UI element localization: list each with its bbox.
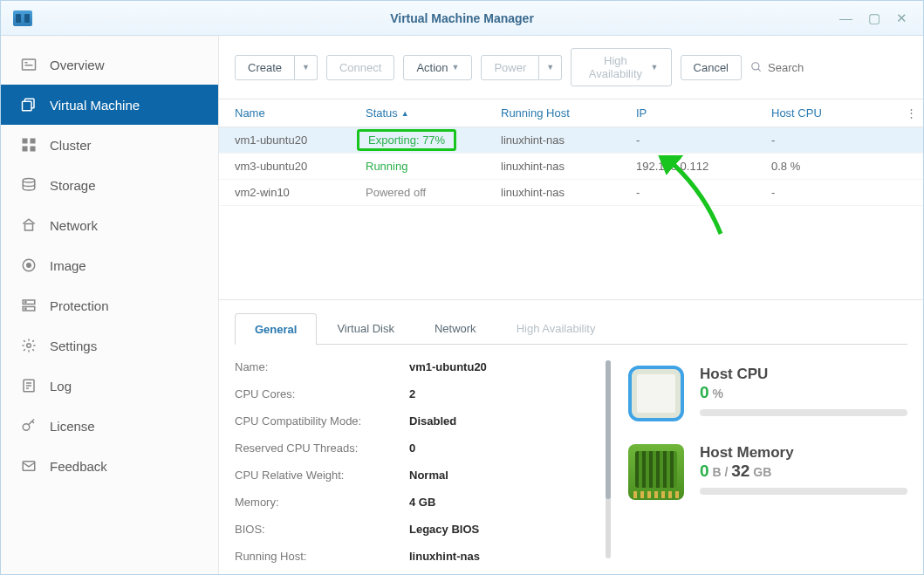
sidebar-item-overview[interactable]: Overview bbox=[1, 44, 218, 85]
titlebar: Virtual Machine Manager — ▢ ✕ bbox=[1, 1, 923, 36]
sidebar-item-label: Log bbox=[50, 379, 72, 394]
sidebar-item-label: Settings bbox=[50, 339, 97, 353]
connect-button[interactable]: Connect bbox=[326, 55, 394, 80]
metric-title: Host CPU bbox=[700, 366, 907, 383]
column-ip[interactable]: IP bbox=[636, 106, 771, 120]
window-title: Virtual Machine Manager bbox=[1, 11, 923, 25]
svg-line-25 bbox=[758, 69, 761, 72]
svg-point-12 bbox=[27, 264, 31, 268]
network-icon bbox=[20, 217, 38, 233]
search-icon bbox=[750, 61, 763, 73]
sidebar: Overview Virtual Machine Cluster Storage… bbox=[1, 36, 219, 574]
sidebar-item-settings[interactable]: Settings bbox=[1, 325, 218, 366]
metric-title: Host Memory bbox=[700, 444, 907, 462]
chevron-down-icon: ▼ bbox=[302, 63, 310, 72]
metric-bar bbox=[700, 409, 907, 416]
cell-host: linuxhint-nas bbox=[501, 160, 636, 173]
prop-key: CPU Cores: bbox=[235, 387, 409, 400]
sidebar-item-label: Overview bbox=[50, 58, 105, 72]
sidebar-item-log[interactable]: Log bbox=[1, 366, 218, 406]
svg-point-24 bbox=[752, 63, 759, 70]
tab-general[interactable]: General bbox=[235, 313, 317, 345]
sidebar-item-license[interactable]: License bbox=[1, 406, 218, 446]
metric-value: 0 % bbox=[700, 383, 907, 402]
search-box[interactable] bbox=[750, 61, 907, 74]
svg-rect-4 bbox=[23, 101, 32, 111]
sidebar-item-feedback[interactable]: Feedback bbox=[1, 446, 218, 486]
sidebar-item-storage[interactable]: Storage bbox=[1, 165, 218, 205]
cancel-button[interactable]: Cancel bbox=[681, 55, 742, 80]
power-dropdown[interactable]: ▼ bbox=[539, 55, 562, 80]
prop-value: Disabled bbox=[409, 414, 588, 428]
key-icon bbox=[20, 418, 38, 434]
sort-asc-icon: ▲ bbox=[401, 109, 409, 118]
chevron-down-icon: ▼ bbox=[651, 63, 659, 72]
table-row[interactable]: vm3-ubuntu20 Running linuxhint-nas 192.1… bbox=[219, 154, 923, 180]
scrollbar[interactable] bbox=[606, 360, 611, 558]
svg-point-22 bbox=[23, 424, 30, 431]
prop-key: BIOS: bbox=[235, 523, 409, 536]
sidebar-item-cluster[interactable]: Cluster bbox=[1, 125, 218, 165]
general-properties: Name:vm1-ubuntu20 CPU Cores:2 CPU Compat… bbox=[235, 360, 588, 558]
column-name[interactable]: Name bbox=[235, 106, 366, 120]
column-cpu[interactable]: Host CPU bbox=[771, 106, 902, 120]
search-input[interactable] bbox=[768, 61, 890, 74]
create-dropdown[interactable]: ▼ bbox=[295, 55, 318, 80]
table-row[interactable]: vm2-win10 Powered off linuxhint-nas - - bbox=[219, 180, 923, 206]
sidebar-item-network[interactable]: Network bbox=[1, 205, 218, 245]
cell-status: Powered off bbox=[366, 186, 501, 199]
storage-icon bbox=[20, 177, 38, 193]
ha-button[interactable]: High Availability ▼ bbox=[571, 48, 671, 86]
cell-host: linuxhint-nas bbox=[501, 186, 636, 199]
image-icon bbox=[20, 257, 38, 273]
sidebar-item-virtual-machine[interactable]: Virtual Machine bbox=[1, 85, 218, 125]
power-button[interactable]: Power bbox=[481, 55, 539, 80]
main-content: Create ▼ Connect Action ▼ Power ▼ High A… bbox=[219, 36, 923, 574]
sidebar-item-label: Protection bbox=[50, 298, 109, 313]
action-button[interactable]: Action ▼ bbox=[403, 55, 472, 80]
mail-icon bbox=[20, 458, 38, 474]
prop-key: CPU Relative Weight: bbox=[235, 469, 409, 482]
cell-ip: 192.168.0.112 bbox=[636, 160, 771, 173]
prop-key: CPU Compatibility Mode: bbox=[235, 414, 409, 428]
tab-network[interactable]: Network bbox=[414, 312, 496, 344]
sidebar-item-protection[interactable]: Protection bbox=[1, 285, 218, 325]
cell-name: vm3-ubuntu20 bbox=[235, 160, 366, 173]
sidebar-item-label: Image bbox=[50, 258, 86, 273]
prop-value: Normal bbox=[409, 469, 588, 482]
svg-point-9 bbox=[23, 179, 35, 183]
cell-name: vm1-ubuntu20 bbox=[235, 133, 366, 147]
sidebar-item-label: Network bbox=[50, 218, 98, 233]
table-row[interactable]: vm1-ubuntu20 Exporting: 77% linuxhint-na… bbox=[219, 127, 923, 154]
cpu-icon bbox=[628, 366, 684, 421]
host-cpu-metric: Host CPU 0 % bbox=[628, 366, 907, 421]
column-status[interactable]: Status▲ bbox=[366, 106, 501, 120]
exporting-badge: Exporting: 77% bbox=[357, 129, 456, 151]
tab-high-availability[interactable]: High Availability bbox=[496, 312, 616, 344]
metric-value: 0 B / 32 GB bbox=[700, 462, 907, 481]
vm-icon bbox=[20, 97, 38, 113]
cell-cpu: - bbox=[771, 186, 902, 199]
prop-value: Legacy BIOS bbox=[409, 523, 588, 536]
app-window: Virtual Machine Manager — ▢ ✕ Overview V… bbox=[0, 0, 924, 575]
prop-key: Memory: bbox=[235, 496, 409, 509]
metric-bar bbox=[700, 488, 907, 495]
tab-virtual-disk[interactable]: Virtual Disk bbox=[317, 312, 414, 344]
prop-value: 0 bbox=[409, 442, 588, 455]
memory-icon bbox=[628, 444, 684, 500]
sidebar-item-label: Virtual Machine bbox=[50, 98, 140, 113]
cell-status: Exporting: 77% bbox=[366, 129, 501, 151]
cell-host: linuxhint-nas bbox=[501, 133, 636, 147]
sidebar-item-label: Cluster bbox=[50, 138, 92, 153]
svg-rect-8 bbox=[31, 147, 36, 152]
sidebar-item-image[interactable]: Image bbox=[1, 245, 218, 285]
create-button[interactable]: Create bbox=[235, 55, 295, 80]
cell-status: Running bbox=[366, 160, 501, 173]
vm-table: Name Status▲ Running Host IP Host CPU ⋮ … bbox=[219, 99, 923, 206]
host-memory-metric: Host Memory 0 B / 32 GB bbox=[628, 444, 907, 500]
gear-icon bbox=[20, 338, 38, 353]
column-host[interactable]: Running Host bbox=[501, 106, 636, 120]
columns-menu-icon[interactable]: ⋮ bbox=[902, 106, 920, 120]
detail-pane: General Virtual Disk Network High Availa… bbox=[219, 299, 923, 574]
svg-point-16 bbox=[25, 308, 27, 310]
